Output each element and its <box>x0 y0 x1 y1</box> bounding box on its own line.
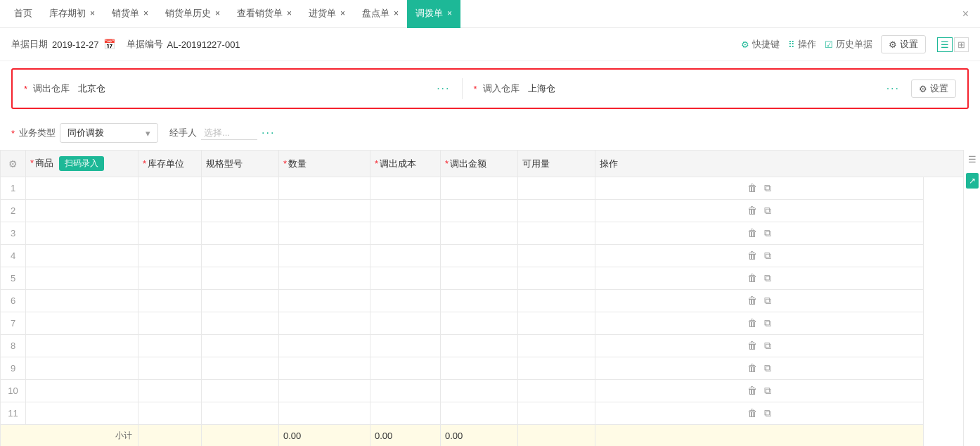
row-4-spec[interactable] <box>202 245 279 267</box>
row-6-unit[interactable] <box>138 290 202 312</box>
highlight-settings-button[interactable]: ⚙ 设置 <box>911 79 956 98</box>
in-warehouse-more-btn[interactable]: ··· <box>886 82 900 95</box>
tab-sales-order[interactable]: 销货单 × <box>103 0 157 28</box>
row-1-available[interactable] <box>518 177 595 200</box>
row-3-qty[interactable] <box>279 222 370 245</box>
row-6-copy-icon[interactable]: ⧉ <box>764 295 771 306</box>
row-7-amount[interactable] <box>441 312 518 335</box>
row-9-spec[interactable] <box>202 357 279 380</box>
tab-sales-history-close[interactable]: × <box>215 8 220 18</box>
row-1-qty[interactable] <box>279 177 370 200</box>
row-4-delete-icon[interactable]: 🗑 <box>747 250 757 261</box>
row-4-qty[interactable] <box>279 245 370 267</box>
tab-sales-order-close[interactable]: × <box>143 8 148 18</box>
row-7-copy-icon[interactable]: ⧉ <box>764 317 771 329</box>
row-2-copy-icon[interactable]: ⧉ <box>764 205 771 216</box>
row-10-qty[interactable] <box>279 380 370 402</box>
calendar-icon[interactable]: 📅 <box>103 39 115 50</box>
row-7-product[interactable] <box>26 312 138 335</box>
row-8-copy-icon[interactable]: ⧉ <box>764 340 771 351</box>
row-4-unit[interactable] <box>138 245 202 267</box>
row-9-unit[interactable] <box>138 357 202 380</box>
row-5-available[interactable] <box>518 267 595 290</box>
row-11-amount[interactable] <box>441 402 518 425</box>
row-5-amount[interactable] <box>441 267 518 290</box>
tab-inventory-check-close[interactable]: × <box>394 8 399 18</box>
tab-view-sales[interactable]: 查看销货单 × <box>228 0 300 28</box>
row-11-qty[interactable] <box>279 402 370 425</box>
row-3-spec[interactable] <box>202 222 279 245</box>
row-4-product[interactable] <box>26 245 138 267</box>
tab-home[interactable]: 首页 <box>6 0 41 28</box>
row-11-copy-icon[interactable]: ⧉ <box>764 407 771 419</box>
row-7-qty[interactable] <box>279 312 370 335</box>
settings-button[interactable]: ⚙ 设置 <box>881 35 926 53</box>
row-3-delete-icon[interactable]: 🗑 <box>747 227 757 238</box>
row-8-product[interactable] <box>26 335 138 357</box>
tab-transfer-order-close[interactable]: × <box>447 8 452 18</box>
row-5-spec[interactable] <box>202 267 279 290</box>
table-settings-icon[interactable]: ⚙ <box>8 158 18 170</box>
row-2-spec[interactable] <box>202 200 279 222</box>
row-3-amount[interactable] <box>441 222 518 245</box>
row-2-unit[interactable] <box>138 200 202 222</box>
row-5-copy-icon[interactable]: ⧉ <box>764 272 771 283</box>
row-10-available[interactable] <box>518 380 595 402</box>
tab-inventory-init-close[interactable]: × <box>90 8 95 18</box>
row-8-available[interactable] <box>518 335 595 357</box>
row-6-spec[interactable] <box>202 290 279 312</box>
row-5-qty[interactable] <box>279 267 370 290</box>
row-11-cost[interactable] <box>370 402 441 425</box>
row-5-product[interactable] <box>26 267 138 290</box>
row-7-available[interactable] <box>518 312 595 335</box>
row-7-cost[interactable] <box>370 312 441 335</box>
row-8-cost[interactable] <box>370 335 441 357</box>
row-10-delete-icon[interactable]: 🗑 <box>747 385 757 396</box>
row-10-spec[interactable] <box>202 380 279 402</box>
row-7-delete-icon[interactable]: 🗑 <box>747 317 757 329</box>
row-2-qty[interactable] <box>279 200 370 222</box>
row-1-spec[interactable] <box>202 177 279 200</box>
float-list-icon[interactable]: ☰ <box>968 154 976 165</box>
row-1-delete-icon[interactable]: 🗑 <box>747 182 757 193</box>
row-3-product[interactable] <box>26 222 138 245</box>
out-warehouse-value[interactable]: 北京仓 <box>78 82 105 95</box>
row-10-copy-icon[interactable]: ⧉ <box>764 385 771 396</box>
tab-view-sales-close[interactable]: × <box>287 8 292 18</box>
row-9-cost[interactable] <box>370 357 441 380</box>
row-2-cost[interactable] <box>370 200 441 222</box>
row-9-delete-icon[interactable]: 🗑 <box>747 362 757 374</box>
row-6-delete-icon[interactable]: 🗑 <box>747 295 757 306</box>
row-11-delete-icon[interactable]: 🗑 <box>747 407 757 419</box>
row-10-amount[interactable] <box>441 380 518 402</box>
history-btn[interactable]: ☑ 历史单据 <box>825 38 872 51</box>
biz-type-select[interactable]: 同价调拨 ▾ <box>60 123 158 143</box>
tab-purchase-order[interactable]: 进货单 × <box>300 0 354 28</box>
row-11-unit[interactable] <box>138 402 202 425</box>
row-5-unit[interactable] <box>138 267 202 290</box>
row-8-qty[interactable] <box>279 335 370 357</box>
row-2-product[interactable] <box>26 200 138 222</box>
tab-transfer-order[interactable]: 调拨单 × <box>407 0 460 28</box>
row-1-copy-icon[interactable]: ⧉ <box>764 182 771 193</box>
view-grid-icon[interactable]: ⊞ <box>954 37 969 52</box>
row-10-unit[interactable] <box>138 380 202 402</box>
shortcut-btn[interactable]: ⚙ 快捷键 <box>741 38 780 51</box>
row-10-product[interactable] <box>26 380 138 402</box>
operation-btn[interactable]: ⠿ 操作 <box>788 38 816 51</box>
row-3-cost[interactable] <box>370 222 441 245</box>
row-7-spec[interactable] <box>202 312 279 335</box>
row-10-cost[interactable] <box>370 380 441 402</box>
row-5-delete-icon[interactable]: 🗑 <box>747 272 757 283</box>
row-4-amount[interactable] <box>441 245 518 267</box>
row-6-product[interactable] <box>26 290 138 312</box>
row-4-copy-icon[interactable]: ⧉ <box>764 250 771 261</box>
row-2-delete-icon[interactable]: 🗑 <box>747 205 757 216</box>
row-3-available[interactable] <box>518 222 595 245</box>
row-11-available[interactable] <box>518 402 595 425</box>
tab-inventory-check[interactable]: 盘点单 × <box>354 0 407 28</box>
float-expand-icon[interactable]: ↗ <box>966 173 979 189</box>
view-list-icon[interactable]: ☰ <box>937 37 953 52</box>
row-9-amount[interactable] <box>441 357 518 380</box>
col-gear[interactable]: ⚙ <box>1 151 26 177</box>
